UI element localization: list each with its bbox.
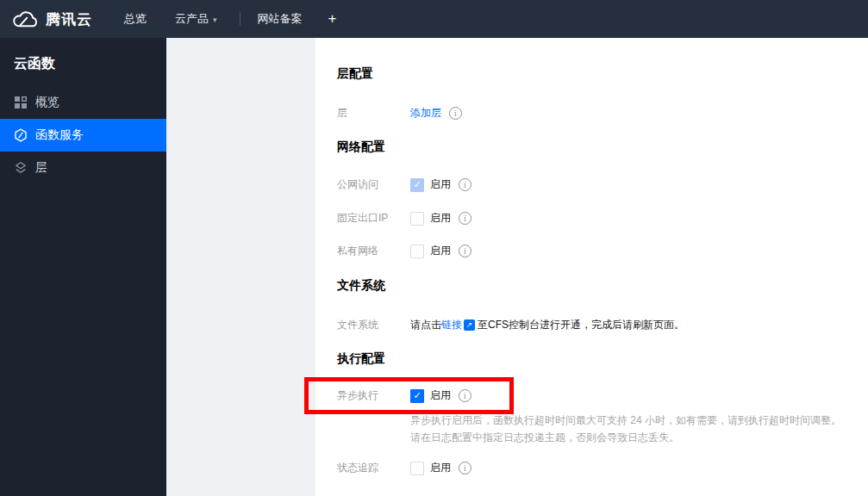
nav-item-cloud-products[interactable]: 云产品 ▾ [175,11,217,27]
enable-label: 启用 [430,244,451,258]
sidebar-item-function-service[interactable]: 函数服务 [0,119,166,152]
sidebar-item-label: 概览 [35,95,59,110]
filesystem-hint-suffix: 至CFS控制台进行开通，完成后请刷新页面。 [478,318,684,332]
async-execution-helper-text: 异步执行启用后，函数执行超时时间最大可支持 24 小时，如有需要，请到执行超时时… [410,412,867,446]
enable-label: 启用 [430,211,451,226]
status-tracking-row: 状态追踪 启用 [337,461,471,475]
settings-panel: 层配置 层 添加层 网络配置 公网访问 启用 固定出口IP 启用 私有网络 启用 [315,38,868,496]
layers-icon [14,161,28,175]
helper-line-2: 请在日志配置中指定日志投递主题，否则会导致日志丢失。 [410,429,867,446]
sidebar-item-overview[interactable]: 概览 [0,86,166,119]
section-title-layer-config: 层配置 [337,66,373,82]
fixed-ip-checkbox[interactable] [410,212,424,226]
info-icon[interactable] [459,462,471,474]
function-icon [14,128,28,142]
layer-row: 层 添加层 [337,106,462,121]
nav-add-tab-button[interactable]: + [328,10,337,28]
field-label-status-tracking: 状态追踪 [337,461,410,475]
sidebar-item-label: 层 [35,160,47,176]
sidebar-item-layers[interactable]: 层 [0,152,166,184]
brand[interactable]: 腾讯云 [11,9,92,29]
enable-label: 启用 [430,461,451,475]
status-tracking-checkbox[interactable] [410,462,424,475]
section-title-execution-config: 执行配置 [337,351,385,367]
filesystem-row: 文件系统 请点击 链接 至CFS控制台进行开通，完成后请刷新页面。 [337,318,684,332]
chevron-down-icon: ▾ [213,16,217,24]
grid-icon [14,96,28,109]
info-icon[interactable] [459,178,471,191]
cfs-console-link[interactable]: 链接 [441,318,462,332]
info-icon[interactable] [459,245,471,257]
tencent-cloud-logo-icon [11,9,40,29]
info-icon[interactable] [459,389,471,402]
private-network-row: 私有网络 启用 [337,244,471,258]
top-navbar: 腾讯云 总览 云产品 ▾ 网站备案 + [0,0,868,38]
sidebar-title: 云函数 [0,38,166,86]
nav-item-cloud-products-label: 云产品 [175,11,209,27]
top-nav-menu: 总览 云产品 ▾ 网站备案 + [92,0,336,38]
secondary-panel [166,38,315,496]
sidebar: 云函数 概览 函数服务 层 [0,38,166,496]
public-network-checkbox [410,178,424,192]
sidebar-item-label: 函数服务 [35,127,84,143]
section-title-filesystem: 文件系统 [337,278,385,294]
external-link-icon[interactable] [464,319,475,331]
info-icon[interactable] [459,212,471,225]
info-icon[interactable] [449,107,462,120]
async-execution-checkbox[interactable] [410,389,424,403]
public-network-row: 公网访问 启用 [337,177,471,192]
private-network-checkbox[interactable] [410,245,424,258]
enable-label: 启用 [430,177,451,192]
filesystem-hint-prefix: 请点击 [410,318,441,332]
nav-divider [240,12,240,26]
nav-item-icp-filing[interactable]: 网站备案 [258,11,303,27]
fixed-outbound-ip-row: 固定出口IP 启用 [337,211,471,226]
field-label-fixed-ip: 固定出口IP [337,211,410,226]
brand-name: 腾讯云 [46,9,92,29]
field-label-async-execution: 异步执行 [337,388,410,403]
add-layer-link[interactable]: 添加层 [410,106,441,121]
section-title-network-config: 网络配置 [337,140,385,155]
field-label-private-network: 私有网络 [337,244,410,258]
field-label-public-network: 公网访问 [337,177,410,192]
field-label-filesystem: 文件系统 [337,318,410,332]
field-label-layer: 层 [337,106,410,121]
enable-label: 启用 [430,388,451,403]
async-execution-row: 异步执行 启用 [337,388,471,403]
helper-line-1: 异步执行启用后，函数执行超时时间最大可支持 24 小时，如有需要，请到执行超时时… [410,412,867,429]
nav-item-overview[interactable]: 总览 [124,11,147,27]
